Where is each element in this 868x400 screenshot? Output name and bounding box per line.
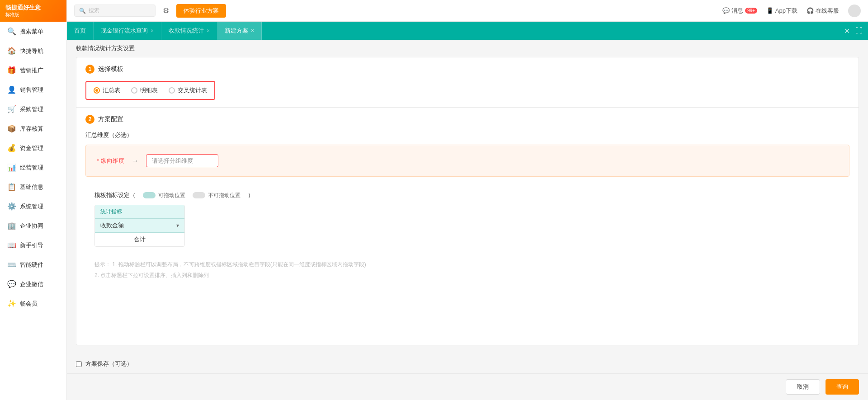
sidebar-item-sales[interactable]: 👤 销售管理 [0, 80, 66, 99]
purchase-icon: 🛒 [7, 105, 16, 113]
sidebar-item-quick-nav[interactable]: 🏠 快捷导航 [0, 41, 66, 61]
sidebar-item-search-menu[interactable]: 🔍 搜索菜单 [0, 22, 66, 41]
user-avatar[interactable] [848, 5, 861, 17]
sidebar-item-label: 基础信息 [20, 183, 43, 191]
sidebar-item-label: 经营管理 [20, 164, 43, 172]
topbar-right: 💬 消息 99+ 📱 App下载 🎧 在线客服 [722, 5, 861, 17]
tab-collection-stat-close[interactable]: × [207, 28, 210, 34]
query-button[interactable]: 查询 [826, 379, 859, 395]
tab-cashflow-close[interactable]: × [151, 28, 154, 34]
indicator-legend: 可拖动位置 不可拖动位置 [143, 192, 241, 199]
sidebar-item-label: 畅会员 [20, 300, 38, 308]
dimension-select[interactable]: 请选择分组维度 [146, 154, 218, 167]
indicator-title-close: ） [248, 191, 254, 199]
sidebar-item-hardware[interactable]: ⌨️ 智能硬件 [0, 255, 66, 274]
indicator-chip: 收款金额 ▾ [95, 219, 184, 233]
tab-new-plan-close[interactable]: × [251, 28, 254, 34]
sidebar-item-inventory[interactable]: 📦 库存核算 [0, 119, 66, 138]
breadcrumb-text: 收款情况统计方案设置 [76, 45, 135, 52]
legend-nodrag-label: 不可拖动位置 [208, 192, 241, 199]
sidebar-item-system[interactable]: ⚙️ 系统管理 [0, 197, 66, 216]
hardware-icon: ⌨️ [7, 260, 16, 269]
sidebar-item-label: 系统管理 [20, 202, 43, 211]
indicator-section: 模板指标设定（ 可拖动位置 不可拖动位置 ） [85, 184, 849, 255]
sidebar-item-guide[interactable]: 📖 新手引导 [0, 235, 66, 255]
sidebar-item-enterprise[interactable]: 🏢 企业协同 [0, 216, 66, 235]
sidebar-item-label: 搜索菜单 [20, 28, 43, 36]
enterprise-icon: 🏢 [7, 221, 16, 230]
tab-close-all-icon[interactable]: ✕ [844, 27, 850, 35]
radio-summary-label: 汇总表 [103, 86, 120, 94]
tab-new-plan[interactable]: 新建方案 × [217, 22, 262, 40]
indicator-total: 合计 [95, 233, 184, 246]
radio-cross-input[interactable] [169, 87, 175, 94]
tabbar-actions: ✕ ⛶ [839, 22, 868, 40]
sidebar-item-label: 营销推广 [20, 66, 43, 75]
sidebar-item-label: 销售管理 [20, 86, 43, 94]
sidebar-item-purchase[interactable]: 🛒 采购管理 [0, 99, 66, 119]
section2-num: 2 [85, 115, 94, 124]
sidebar-item-marketing[interactable]: 🎁 营销推广 [0, 61, 66, 80]
dimension-row-label: * 纵向维度 [97, 157, 124, 165]
service-item[interactable]: 🎧 在线客服 [807, 7, 839, 15]
search-placeholder: 搜索 [89, 7, 99, 14]
hint-text-2: 2. 点击标题栏下拉可设置排序、插入列和删除列 [94, 270, 209, 281]
content-area: 收款情况统计方案设置 1 选择模板 汇总表 明细表 [67, 40, 868, 400]
download-item[interactable]: 📱 App下载 [766, 7, 797, 15]
dimension-row: * 纵向维度 → 请选择分组维度 [97, 154, 838, 167]
radio-summary[interactable]: 汇总表 [94, 86, 120, 94]
sidebar-item-label: 快捷导航 [20, 47, 43, 55]
section2-title: 2 方案配置 [85, 115, 849, 124]
radio-detail[interactable]: 明细表 [131, 86, 158, 94]
section1-title: 1 选择模板 [85, 65, 849, 74]
legend-nodraggable: 不可拖动位置 [193, 192, 241, 199]
sidebar-item-finance[interactable]: 💰 资金管理 [0, 138, 66, 158]
inventory-icon: 📦 [7, 124, 16, 133]
save-checkbox[interactable] [76, 361, 82, 367]
tab-expand-icon[interactable]: ⛶ [855, 27, 863, 35]
tab-home-label: 首页 [74, 27, 86, 35]
marketing-icon: 🎁 [7, 66, 16, 75]
industry-btn[interactable]: 体验行业方案 [176, 4, 226, 18]
nodrag-indicator [193, 192, 205, 198]
radio-summary-input[interactable] [94, 87, 100, 94]
tab-cashflow[interactable]: 现金银行流水查询 × [94, 22, 161, 40]
main-area: 🔍 搜索 ⚙ 体验行业方案 💬 消息 99+ 📱 App下载 🎧 在线客服 首页 [67, 0, 868, 400]
notification-item[interactable]: 💬 消息 99+ [722, 7, 757, 15]
sidebar-item-label: 新手引导 [20, 241, 43, 249]
tab-collection-stat[interactable]: 收款情况统计 × [161, 22, 217, 40]
tab-new-plan-label: 新建方案 [225, 27, 248, 35]
search-box[interactable]: 🔍 搜索 [74, 5, 156, 17]
tab-home[interactable]: 首页 [67, 22, 94, 40]
sidebar-item-operation[interactable]: 📊 经营管理 [0, 158, 66, 177]
section-template: 1 选择模板 汇总表 明细表 交叉统计表 [76, 57, 859, 107]
hint-row-2: 2. 点击标题栏下拉可设置排序、插入列和删除列 [94, 270, 840, 281]
tab-cashflow-label: 现金银行流水查询 [101, 27, 148, 35]
section-config: 2 方案配置 汇总维度（必选） * 纵向维度 → 请选择分组维度 [76, 108, 859, 295]
sidebar-item-label: 库存核算 [20, 125, 43, 133]
member-icon: ✨ [7, 299, 16, 308]
section1-num: 1 [85, 65, 94, 74]
logo-sub-text: 标准版 [5, 12, 41, 18]
download-icon: 📱 [766, 7, 774, 14]
tabbar: 首页 现金银行流水查询 × 收款情况统计 × 新建方案 × ✕ ⛶ [67, 22, 868, 40]
radio-detail-input[interactable] [131, 87, 137, 94]
sidebar-item-member[interactable]: ✨ 畅会员 [0, 294, 66, 313]
save-label: 方案保存（可选） [85, 360, 132, 368]
radio-cross[interactable]: 交叉统计表 [169, 86, 207, 94]
service-icon: 🎧 [807, 7, 814, 14]
notification-badge: 99+ [745, 8, 757, 14]
hint-text-1: 提示： 1. 拖动标题栏可以调整布局，不可跨维度或指标区域拖动栏目字段(只能在同… [94, 259, 366, 270]
cancel-button[interactable]: 取消 [786, 379, 820, 395]
operation-icon: 📊 [7, 163, 16, 172]
sidebar-item-wechat[interactable]: 💬 企业微信 [0, 274, 66, 294]
download-label: App下载 [775, 7, 797, 15]
legend-draggable: 可拖动位置 [143, 192, 185, 199]
indicator-chip-dropdown[interactable]: ▾ [176, 222, 179, 229]
save-bar: 方案保存（可选） [67, 354, 868, 373]
service-label: 在线客服 [816, 7, 839, 15]
drag-indicator [143, 192, 156, 198]
sidebar-item-basic[interactable]: 📋 基础信息 [0, 177, 66, 197]
settings-icon[interactable]: ⚙ [163, 6, 169, 15]
radio-cross-label: 交叉统计表 [178, 86, 207, 94]
